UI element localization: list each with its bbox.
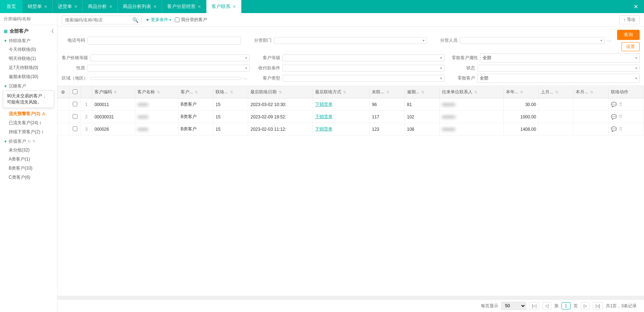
th-name[interactable]: 客户名称 ⇅: [135, 86, 178, 98]
sidebar-item-class-a[interactable]: A类客户(1): [0, 155, 57, 164]
tab-customer-tier-close[interactable]: ✕: [198, 4, 201, 9]
refresh-icon[interactable]: ↻: [28, 139, 31, 144]
tab-goods-analysis-list[interactable]: 商品分析列表 ✕: [118, 0, 162, 13]
sidebar-item-churn-warning[interactable]: 流失预警客户(3) ⚠: [0, 109, 57, 118]
region-select[interactable]: [90, 77, 241, 80]
query-btn[interactable]: 查询: [617, 30, 640, 40]
my-customers-checkbox[interactable]: [175, 17, 180, 22]
tab-customer-tier[interactable]: 客户分层经营 ✕: [162, 0, 206, 13]
sidebar-item-tomorrow[interactable]: 明天待联络(1): [0, 54, 57, 63]
more-conditions-btn[interactable]: ▼ 更多条件 ▾: [145, 17, 171, 23]
customer-type-select[interactable]: ▾: [282, 75, 445, 82]
region-dots[interactable]: ···: [241, 76, 250, 81]
tab-sales-close[interactable]: ✕: [44, 4, 47, 9]
th-this-year[interactable]: 本年... ⇅: [503, 86, 538, 98]
th-this-month[interactable]: 本月... ⇅: [573, 86, 608, 98]
h-scrollbar[interactable]: [57, 296, 644, 299]
tab-goods-analysis-close[interactable]: ✕: [109, 4, 112, 9]
th-code[interactable]: 客户编码 ⇅: [92, 86, 135, 98]
settings-btn[interactable]: 设置: [621, 42, 640, 51]
action-menu-icon-1[interactable]: ⠿: [619, 102, 623, 107]
price-level-select[interactable]: ▾: [90, 54, 250, 61]
table-row: 3 000026 ■■■■ B类客户 15 2023-02-03 11:12: …: [57, 123, 644, 135]
select-all-checkbox[interactable]: [73, 89, 77, 94]
td-checkbox-3[interactable]: [69, 123, 81, 135]
th-checkbox[interactable]: [69, 86, 81, 98]
filter-icon: ▼: [145, 17, 150, 23]
tab-purchase[interactable]: 进货单 ✕: [53, 0, 83, 13]
status-select[interactable]: ▾: [477, 65, 640, 72]
td-date-3: 2023-02-03 11:12:: [248, 123, 313, 135]
action-chat-icon-3[interactable]: 💬: [611, 126, 617, 132]
th-unlisted[interactable]: 未联... ⇅: [370, 86, 404, 98]
customer-level-select[interactable]: ▾: [282, 54, 445, 61]
sidebar-collapse-btn[interactable]: 《: [49, 29, 53, 34]
nature-select[interactable]: ▾: [87, 65, 250, 72]
tab-customer-contact-close[interactable]: ✕: [233, 4, 236, 9]
person-select[interactable]: ▾: [460, 37, 605, 44]
sidebar-item-declining[interactable]: 持续下滑客户(2) ℹ: [0, 127, 57, 137]
phone-input[interactable]: [87, 37, 241, 45]
pagination-last-btn[interactable]: ▷|: [593, 302, 603, 309]
tab-customer-contact[interactable]: 客户联系 ✕: [206, 0, 241, 13]
sidebar-item-7days[interactable]: 近7天待联络(0): [0, 63, 57, 72]
payment-select[interactable]: ▾: [282, 65, 445, 72]
sidebar-item-unclassified[interactable]: 未分组(32): [0, 146, 57, 155]
sidebar-all-customers[interactable]: ⊞ 全部客户 《: [0, 25, 57, 36]
sidebar-item-class-c[interactable]: C类客户(6): [0, 173, 57, 182]
sidebar-search-input[interactable]: [4, 16, 57, 21]
row-checkbox-1[interactable]: [73, 102, 77, 106]
tab-goods-analysis-list-close[interactable]: ✕: [153, 4, 157, 9]
td-name-blurred-3: ■■■■: [137, 127, 148, 132]
td-method-3[interactable]: 下销货单: [313, 123, 370, 135]
sidebar-group-value[interactable]: ▼ 价值客户 ↻ ✎: [0, 137, 57, 146]
sidebar-item-overdue-contact-label: 逾期未联络(30): [9, 74, 38, 80]
my-customers-checkbox-container[interactable]: 我分管的客户: [175, 17, 207, 23]
sidebar-item-overdue-contact[interactable]: 逾期未联络(30): [0, 72, 57, 81]
sidebar-group-waiting[interactable]: ▼ 待联络客户: [0, 36, 57, 45]
zero-customer-select[interactable]: 全部 ▾: [477, 74, 640, 83]
person-dots[interactable]: ···: [605, 38, 613, 44]
edit-icon[interactable]: ✎: [32, 139, 36, 144]
search-icon[interactable]: 🔍: [132, 17, 138, 23]
method-link-1[interactable]: 下销货单: [315, 102, 333, 107]
td-method-1[interactable]: 下销货单: [313, 98, 370, 111]
tab-goods-analysis[interactable]: 商品分析 ✕: [83, 0, 118, 13]
action-menu-icon-3[interactable]: ⠿: [619, 126, 623, 132]
th-last-contact-date[interactable]: 最后联络日期 ⇅: [248, 86, 313, 98]
tab-home[interactable]: 首页: [0, 0, 23, 13]
tab-sales[interactable]: 销货单 ✕: [23, 0, 53, 13]
action-menu-icon-2[interactable]: ⠿: [619, 114, 623, 119]
th-customer-type[interactable]: 客户... ⇅: [178, 86, 213, 98]
td-unlisted-2: 117: [370, 111, 404, 123]
method-link-3[interactable]: 下销货单: [315, 126, 333, 131]
th-overdue[interactable]: 逾期... ⇅: [404, 86, 439, 98]
td-checkbox-2[interactable]: [69, 111, 81, 123]
th-last-month[interactable]: 上月... ⇅: [539, 86, 573, 98]
action-chat-icon-2[interactable]: 💬: [611, 114, 617, 119]
search-input[interactable]: [65, 17, 132, 23]
pagination-prev-btn[interactable]: ◁: [542, 302, 551, 309]
sidebar-item-churned[interactable]: 已流失客户(24) ℹ: [0, 118, 57, 127]
sidebar-item-today[interactable]: 今天待联络(0): [0, 45, 57, 54]
sidebar-item-class-b[interactable]: B类客户(33): [0, 164, 57, 173]
pagination-next-btn[interactable]: ▷: [581, 302, 590, 309]
zero-attr-select[interactable]: 全部 ▾: [480, 53, 640, 62]
dept-select[interactable]: ▾: [274, 37, 427, 44]
pagination-first-btn[interactable]: |◁: [529, 302, 539, 309]
window-close-btn[interactable]: ✕: [628, 3, 644, 10]
th-contact-count[interactable]: 联络... ⇅: [213, 86, 248, 98]
th-last-contact-method[interactable]: 最后联络方式 ⇅: [313, 86, 370, 98]
row-checkbox-2[interactable]: [73, 114, 77, 119]
th-contact-person[interactable]: 往来单位联系人 ⇅: [439, 86, 503, 98]
action-chat-icon-1[interactable]: 💬: [611, 102, 617, 107]
per-page-select[interactable]: 50 100 200: [501, 302, 526, 310]
tab-purchase-close[interactable]: ✕: [74, 4, 77, 9]
method-link-2[interactable]: 下销货单: [315, 114, 333, 119]
th-settings[interactable]: ⚙: [57, 86, 69, 98]
export-btn[interactable]: ↑ 导出: [619, 15, 640, 24]
td-checkbox-1[interactable]: [69, 98, 81, 111]
sidebar-group-dormant[interactable]: ▼ 沉睡客户: [0, 81, 57, 90]
td-method-2[interactable]: 下销货单: [313, 111, 370, 123]
row-checkbox-3[interactable]: [73, 126, 77, 131]
